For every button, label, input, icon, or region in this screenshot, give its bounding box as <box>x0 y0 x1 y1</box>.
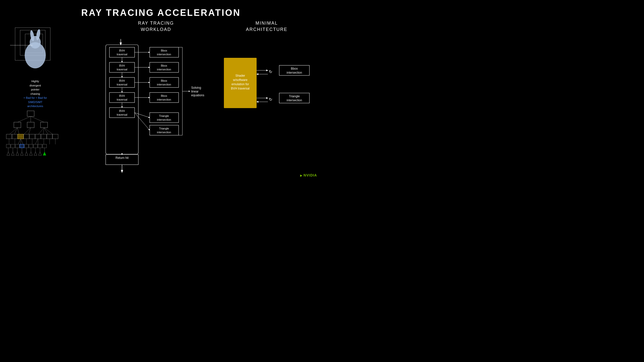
svg-text:intersection: intersection <box>157 68 171 71</box>
svg-text:Bbox: Bbox <box>161 94 167 97</box>
svg-text:Bbox: Bbox <box>161 79 167 82</box>
slide: RAY TRACING ACCELERATION Highly divergen… <box>0 0 322 181</box>
svg-rect-8 <box>27 111 34 116</box>
svg-text:Solving: Solving <box>191 86 201 89</box>
svg-text:BVH: BVH <box>119 49 125 52</box>
svg-text:equations: equations <box>191 94 204 97</box>
svg-rect-86 <box>109 93 135 103</box>
svg-rect-13 <box>27 122 34 128</box>
svg-rect-48 <box>11 144 15 148</box>
svg-rect-51 <box>20 144 24 148</box>
svg-rect-89 <box>109 108 135 118</box>
svg-text:linear: linear <box>191 90 198 93</box>
svg-rect-52 <box>24 144 28 148</box>
svg-text:Triangle: Triangle <box>159 114 169 117</box>
svg-text:traversal: traversal <box>117 113 127 116</box>
svg-rect-24 <box>6 134 12 139</box>
svg-rect-31 <box>41 134 47 139</box>
middle-section: RAY TRACING WORKLOAD BVH traversal <box>96 20 216 181</box>
svg-text:Bbox: Bbox <box>161 49 167 52</box>
svg-rect-55 <box>38 144 42 148</box>
svg-rect-96 <box>150 47 179 57</box>
svg-text:Triangle: Triangle <box>289 95 300 98</box>
annotation-line1: Highly <box>31 80 39 83</box>
svg-line-9 <box>18 116 31 122</box>
svg-line-37 <box>18 139 21 144</box>
svg-text:intersection: intersection <box>157 83 171 86</box>
svg-text:Triangle: Triangle <box>159 127 169 130</box>
svg-rect-54 <box>33 144 37 148</box>
svg-text:intersection: intersection <box>157 131 171 134</box>
svg-text:traversal: traversal <box>117 53 127 56</box>
svg-line-20 <box>38 128 44 134</box>
svg-text:intersection: intersection <box>157 98 171 101</box>
svg-marker-71 <box>29 152 32 155</box>
svg-text:BVH: BVH <box>119 94 125 97</box>
svg-marker-69 <box>20 152 23 155</box>
nvidia-logo: ▶ NVIDIA <box>300 173 317 177</box>
svg-text:BVH: BVH <box>119 79 125 82</box>
svg-marker-73 <box>38 152 42 155</box>
svg-marker-66 <box>7 152 10 155</box>
svg-text:intersection: intersection <box>157 118 171 121</box>
svg-line-22 <box>44 128 48 134</box>
svg-text:w/software: w/software <box>233 78 248 82</box>
annotation-arch: architectures <box>27 105 43 108</box>
svg-marker-67 <box>11 152 14 155</box>
svg-rect-83 <box>109 77 135 87</box>
svg-text:Bbox: Bbox <box>291 67 298 70</box>
svg-rect-108 <box>150 113 179 123</box>
svg-line-39 <box>21 139 23 144</box>
flowchart-svg: BVH traversal BVH traversal BVH traversa… <box>96 38 216 181</box>
svg-text:intersection: intersection <box>157 53 171 56</box>
svg-text:intersection: intersection <box>287 71 302 74</box>
svg-rect-32 <box>47 134 52 139</box>
svg-text:Bbox: Bbox <box>161 64 167 67</box>
svg-line-23 <box>44 128 53 134</box>
annotation-line3: pointer <box>31 88 39 91</box>
svg-rect-80 <box>109 62 135 72</box>
svg-text:Return hit: Return hit <box>115 156 129 160</box>
arch-title: MINIMAL ARCHITECTURE <box>219 20 314 33</box>
workload-title: RAY TRACING WORKLOAD <box>96 20 216 33</box>
svg-marker-72 <box>34 152 37 155</box>
annotation-line4: chasing <box>30 92 40 95</box>
right-section: MINIMAL ARCHITECTURE Shader w/software e… <box>219 20 314 133</box>
svg-line-15 <box>10 128 17 134</box>
annotation-highlight: = Bad for <box>24 96 35 99</box>
svg-text:intersection: intersection <box>287 99 302 102</box>
svg-rect-12 <box>14 122 21 128</box>
svg-line-42 <box>35 139 38 144</box>
svg-rect-29 <box>29 134 35 139</box>
svg-rect-33 <box>53 134 58 139</box>
svg-marker-70 <box>25 152 28 155</box>
svg-rect-53 <box>29 144 33 148</box>
architecture-svg: Shader w/software emulation for BVH trav… <box>219 38 314 133</box>
svg-text:↻: ↻ <box>269 70 272 74</box>
page-title: RAY TRACING ACCELERATION <box>0 0 322 18</box>
svg-text:Shader: Shader <box>235 74 245 77</box>
svg-text:emulation for: emulation for <box>231 82 249 86</box>
left-section: Highly divergent pointer chasing = Bad f… <box>5 25 60 165</box>
svg-text:traversal: traversal <box>117 83 127 86</box>
svg-rect-28 <box>24 134 29 139</box>
svg-rect-102 <box>150 77 179 87</box>
svg-rect-56 <box>43 144 47 148</box>
svg-marker-74 <box>43 152 46 155</box>
svg-line-11 <box>31 116 44 122</box>
annotation-line2: divergent <box>29 84 41 87</box>
annotation-simd: SIMD/SIMT <box>28 101 43 104</box>
svg-line-21 <box>43 128 44 134</box>
svg-rect-49 <box>15 144 19 148</box>
svg-text:↻: ↻ <box>269 97 272 102</box>
svg-line-16 <box>14 128 17 134</box>
svg-text:BVH traversal: BVH traversal <box>231 87 250 90</box>
svg-rect-25 <box>12 134 18 139</box>
svg-rect-14 <box>41 122 48 128</box>
svg-text:traversal: traversal <box>117 68 127 71</box>
annotation-text: Highly divergent pointer chasing = Bad f… <box>8 79 63 108</box>
svg-line-17 <box>17 128 19 134</box>
svg-rect-105 <box>150 93 179 103</box>
svg-text:BVH: BVH <box>119 64 125 67</box>
bvh-tree-diagram <box>5 110 60 165</box>
